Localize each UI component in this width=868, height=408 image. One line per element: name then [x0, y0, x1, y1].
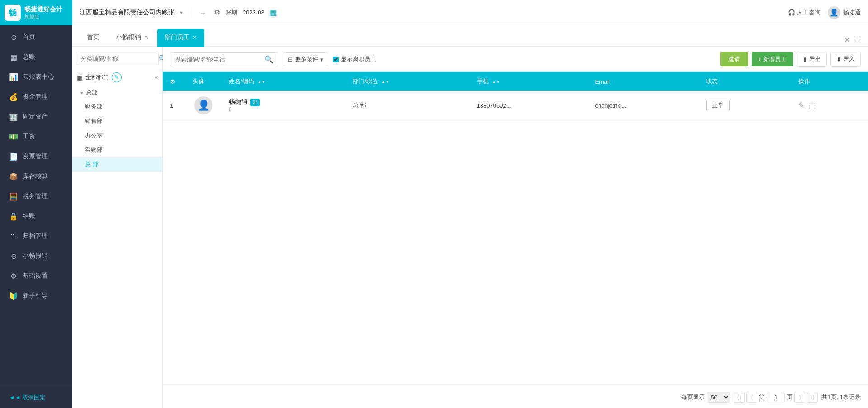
invite-button[interactable]: 邀请	[720, 52, 748, 66]
dept-edit-button[interactable]: ✎	[112, 72, 122, 82]
dept-collapse-icon[interactable]: «	[155, 74, 158, 81]
tab-expense-label: 小畅报销	[116, 33, 141, 42]
tab-home-label: 首页	[87, 33, 99, 42]
sidebar-item-assets[interactable]: 🏢 固定资产	[0, 107, 72, 127]
all-departments-header[interactable]: ▦ 全部部门 ✎ «	[72, 69, 162, 86]
sidebar-item-label: 首页	[23, 33, 35, 41]
user-name: 畅捷通	[843, 9, 861, 17]
sidebar-item-home[interactable]: ⊙ 首页	[0, 27, 72, 47]
export-button[interactable]: ⬆ 导出	[797, 52, 827, 67]
settings-icon: ⚙	[9, 271, 18, 280]
col-phone[interactable]: 手机 ▲▼	[470, 72, 588, 91]
import-button[interactable]: ⬇ 导入	[830, 52, 861, 67]
dept-sort-icon[interactable]: ▲▼	[382, 80, 390, 84]
add-tab-button[interactable]: ＋	[198, 7, 208, 18]
period-value: 2023-03	[243, 9, 264, 16]
tab-employees-close-icon[interactable]: ✕	[193, 34, 197, 41]
dept-search-input[interactable]	[81, 55, 157, 62]
sidebar-item-reports[interactable]: 📊 云报表中心	[0, 67, 72, 87]
unpin-sidebar-button[interactable]: ◄◄ 取消固定	[0, 387, 72, 408]
company-dropdown-icon[interactable]: ▾	[180, 9, 183, 16]
tab-employees[interactable]: 部门员工 ✕	[157, 29, 204, 47]
cell-status: 正常	[699, 91, 791, 120]
first-page-button[interactable]: ⟨⟨	[734, 392, 745, 403]
dept-item-procurement[interactable]: 采购部	[72, 143, 162, 157]
name-sort-icon[interactable]: ▲▼	[257, 80, 265, 84]
sidebar-item-label: 总账	[23, 53, 35, 61]
phone-sort-icon[interactable]: ▲▼	[492, 80, 500, 84]
filter-icon: ⊟	[288, 56, 293, 63]
col-name[interactable]: 姓名/编码 ▲▼	[222, 72, 345, 91]
page-size-selector[interactable]: 每页显示 50 20 100	[681, 392, 730, 403]
employee-search-input[interactable]	[175, 56, 262, 63]
sidebar-item-funds[interactable]: 💰 资金管理	[0, 87, 72, 107]
sidebar: 畅 畅捷通好会计 旗舰版 ⊙ 首页 ▦ 总账 📊 云报表中心 💰 资金管理 🏢 …	[0, 0, 72, 408]
sidebar-item-label: 资金管理	[23, 93, 48, 101]
sidebar-item-label: 固定资产	[23, 113, 48, 121]
tax-icon: 🧮	[9, 192, 18, 201]
sidebar-item-guide[interactable]: 🔰 新手引导	[0, 286, 72, 306]
filter-button[interactable]: ⊟ 更多条件 ▾	[283, 52, 328, 66]
page-label: 页	[787, 393, 793, 401]
dept-item-finance[interactable]: 财务部	[72, 100, 162, 114]
dept-group-hq-label: 总部	[86, 89, 98, 97]
last-page-button[interactable]: ⟩⟩	[807, 392, 818, 403]
next-page-button[interactable]: ⟩	[794, 392, 805, 403]
dept-item-office[interactable]: 办公室	[72, 128, 162, 143]
dept-item-hq[interactable]: 总 部	[72, 157, 162, 172]
cell-phone: 138070602...	[470, 91, 588, 120]
col-settings[interactable]: ⚙	[163, 72, 185, 91]
tab-expense[interactable]: 小畅报销 ✕	[108, 29, 156, 47]
sidebar-item-inventory[interactable]: 📦 库存核算	[0, 166, 72, 186]
tab-employees-label: 部门员工	[165, 33, 190, 42]
dept-sales-label: 销售部	[85, 118, 103, 124]
sidebar-item-label: 税务管理	[23, 192, 48, 200]
tab-expense-close-icon[interactable]: ✕	[144, 34, 148, 41]
edit-icon[interactable]: ✎	[798, 101, 804, 110]
all-departments-label: 全部部门	[85, 73, 109, 81]
page-number-input[interactable]	[767, 393, 785, 402]
employee-dept: 总 部	[353, 102, 366, 109]
page-di-label: 第	[759, 393, 765, 401]
calendar-icon[interactable]: ▦	[270, 8, 277, 17]
dept-office-label: 办公室	[85, 132, 103, 139]
sidebar-item-archive[interactable]: 🗂 归档管理	[0, 226, 72, 246]
payroll-icon: 💵	[9, 132, 18, 141]
support-button[interactable]: 🎧 人工咨询	[788, 9, 821, 17]
sidebar-item-label: 结账	[23, 212, 35, 220]
sidebar-item-close[interactable]: 🔒 结账	[0, 206, 72, 226]
dept-item-sales[interactable]: 销售部	[72, 114, 162, 128]
dept-group-hq: ▼ 总部 财务部 销售部 办公室 采购部 总 部	[72, 86, 162, 172]
sidebar-item-ledger[interactable]: ▦ 总账	[0, 47, 72, 67]
user-info[interactable]: 👤 畅捷通	[828, 6, 861, 19]
archive-icon: 🗂	[9, 232, 18, 241]
show-resigned-checkbox[interactable]	[333, 57, 339, 62]
close-tab-icon[interactable]: ✕	[844, 36, 850, 44]
tabs-bar: 首页 小畅报销 ✕ 部门员工 ✕ ✕ ⛶	[72, 25, 868, 47]
employees-table: ⚙ 头像 姓名/编码 ▲▼ 部门/职位 ▲▼	[163, 72, 868, 120]
expand-tab-icon[interactable]: ⛶	[854, 36, 861, 44]
company-name: 江西服宝精品有限责任公司内账张	[80, 9, 175, 17]
show-resigned-checkbox-label[interactable]: 显示离职员工	[333, 55, 376, 63]
sidebar-item-expense[interactable]: ⊕ 小畅报销	[0, 246, 72, 266]
expense-icon: ⊕	[9, 251, 18, 261]
dept-group-hq-header[interactable]: ▼ 总部	[72, 86, 162, 100]
settings-gear-icon[interactable]: ⚙	[214, 8, 220, 17]
employee-search-icon[interactable]: 🔍	[264, 55, 274, 64]
dept-search-box[interactable]: 🔍	[76, 52, 159, 65]
funds-icon: 💰	[9, 92, 18, 101]
headset-icon: 🎧	[788, 9, 795, 16]
sidebar-item-tax[interactable]: 🧮 税务管理	[0, 186, 72, 206]
sidebar-item-settings[interactable]: ⚙ 基础设置	[0, 266, 72, 286]
sidebar-item-payroll[interactable]: 💵 工资	[0, 127, 72, 147]
employee-search-field[interactable]: 🔍	[170, 52, 278, 66]
sidebar-item-invoice[interactable]: 🧾 发票管理	[0, 147, 72, 166]
tab-home[interactable]: 首页	[80, 29, 107, 47]
col-dept[interactable]: 部门/职位 ▲▼	[345, 72, 469, 91]
page-size-label: 每页显示	[681, 393, 705, 401]
prev-page-button[interactable]: ⟨	[746, 392, 757, 403]
page-size-select[interactable]: 50 20 100	[707, 392, 730, 403]
table-settings-icon[interactable]: ⚙	[170, 78, 175, 85]
add-employee-button[interactable]: + 新增员工	[752, 52, 793, 66]
delete-icon[interactable]: ⬚	[809, 101, 816, 110]
